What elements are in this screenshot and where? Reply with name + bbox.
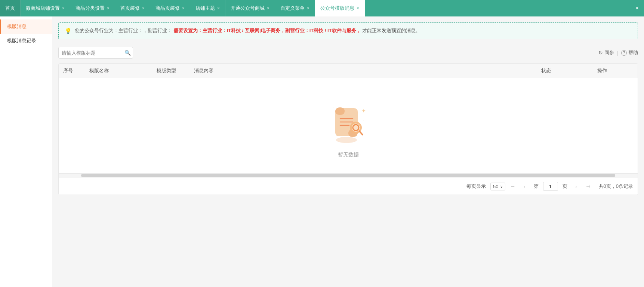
help-button[interactable]: ? 帮助	[621, 49, 638, 56]
nav-tab-custom-menu-close[interactable]: ×	[307, 6, 309, 11]
svg-text:·: ·	[363, 119, 364, 122]
page-word: 页	[563, 183, 567, 190]
page-last-button[interactable]: ⊣	[584, 182, 593, 191]
nav-tab-template-msg[interactable]: 公众号模版消息 ×	[315, 0, 365, 16]
help-icon: ?	[621, 50, 627, 56]
nav-tab-open-store[interactable]: 开通公众号商城 ×	[225, 0, 275, 16]
sync-label: 同步	[604, 49, 614, 56]
search-input[interactable]	[62, 50, 124, 56]
table-header: 序号 模版名称 模版类型 消息内容 状态 操作	[59, 64, 638, 78]
sync-icon: ↻	[598, 50, 603, 56]
page-prev-button[interactable]: ‹	[520, 182, 529, 191]
content-area: 💡 您的公众号行业为：主营行业：，副营行业： 需要设置为：主营行业：IT科技 /…	[52, 16, 644, 287]
sidebar-item-template-msg-label: 模版消息	[7, 24, 27, 29]
search-box: 🔍	[58, 47, 133, 59]
th-type: 模版类型	[152, 64, 189, 78]
sidebar-item-template-msg[interactable]: 模版消息	[0, 19, 52, 34]
nav-tab-store-theme-label: 店铺主题	[195, 5, 215, 12]
svg-text:·: ·	[333, 106, 335, 110]
page-size-label: 每页显示	[466, 183, 486, 190]
page-di-word: 第	[534, 183, 539, 190]
page-next-button[interactable]: ›	[572, 182, 581, 191]
top-nav: 首页 微商城店铺设置 × 商品分类设置 × 首页装修 × 商品页装修 × 店铺主…	[0, 0, 644, 16]
nav-tab-custom-menu[interactable]: 自定义菜单 ×	[275, 0, 315, 16]
empty-text: 暂无数据	[338, 152, 359, 158]
th-name: 模版名称	[85, 64, 152, 78]
nav-tab-open-store-label: 开通公众号商城	[231, 5, 265, 12]
nav-tab-homepage-decor-close[interactable]: ×	[142, 6, 145, 11]
svg-text:✦: ✦	[361, 108, 366, 114]
sidebar-item-template-msg-log-label: 模版消息记录	[7, 38, 36, 43]
notice-text-highlight: 需要设置为：主营行业：IT科技 / 互联网|电子商务，副营行业：IT科技 / I…	[173, 28, 361, 33]
notice-box: 💡 您的公众号行业为：主营行业：，副营行业： 需要设置为：主营行业：IT科技 /…	[58, 22, 638, 39]
sidebar: 模版消息 模版消息记录	[0, 16, 52, 287]
empty-illustration: ✦ · ·	[326, 101, 371, 146]
nav-close-all-button[interactable]: ×	[630, 0, 644, 16]
th-content: 消息内容	[189, 64, 537, 78]
toolbar: 🔍 ↻ 同步 | ? 帮助	[58, 47, 638, 59]
page-size-select[interactable]: 50 ∨	[490, 183, 505, 190]
notice-text-prefix: 您的公众号行业为：主营行业：，副营行业：	[75, 28, 172, 33]
nav-tab-store-theme-close[interactable]: ×	[217, 6, 220, 11]
scroll-bar-track[interactable]	[81, 174, 615, 177]
nav-tab-category-settings[interactable]: 商品分类设置 ×	[70, 0, 115, 16]
nav-tab-custom-menu-label: 自定义菜单	[280, 5, 305, 12]
nav-tab-homepage-decor-label: 首页装修	[120, 5, 140, 12]
th-action: 操作	[593, 64, 638, 78]
bulb-icon: 💡	[65, 28, 72, 34]
nav-tab-template-msg-label: 公众号模版消息	[320, 5, 354, 12]
main-layout: 模版消息 模版消息记录 💡 您的公众号行业为：主营行业：，副营行业： 需要设置为…	[0, 16, 644, 287]
page-size-value: 50	[493, 184, 498, 189]
page-total-text: 共0页，0条记录	[599, 183, 633, 190]
nav-tab-product-decor-close[interactable]: ×	[182, 6, 185, 11]
th-status: 状态	[537, 64, 593, 78]
nav-tab-home[interactable]: 首页	[0, 0, 21, 16]
toolbar-right: ↻ 同步 | ? 帮助	[598, 49, 638, 56]
help-label: 帮助	[628, 49, 638, 56]
data-table: 序号 模版名称 模版类型 消息内容 状态 操作	[58, 63, 638, 195]
page-size-chevron-icon: ∨	[500, 184, 503, 189]
nav-tab-home-label: 首页	[5, 5, 15, 12]
nav-tab-shop-settings-close[interactable]: ×	[62, 6, 65, 11]
pagination: 每页显示 50 ∨ ⊢ ‹ 第 页 › ⊣ 共0页，0条记录	[59, 178, 638, 195]
sidebar-item-template-msg-log[interactable]: 模版消息记录	[0, 34, 52, 48]
nav-tab-category-close[interactable]: ×	[107, 6, 110, 11]
empty-state: ✦ · · 暂无数据	[59, 78, 638, 173]
nav-tab-product-decor[interactable]: 商品页装修 ×	[150, 0, 190, 16]
sync-button[interactable]: ↻ 同步	[598, 49, 614, 56]
page-current-input[interactable]	[543, 182, 558, 191]
nav-tab-product-decor-label: 商品页装修	[155, 5, 180, 12]
svg-point-0	[336, 137, 357, 143]
search-icon[interactable]: 🔍	[124, 50, 131, 56]
scroll-bar-area[interactable]	[59, 173, 638, 178]
nav-tab-category-settings-label: 商品分类设置	[76, 5, 105, 12]
notice-text: 您的公众号行业为：主营行业：，副营行业： 需要设置为：主营行业：IT科技 / 互…	[75, 27, 420, 34]
nav-tab-shop-settings-label: 微商城店铺设置	[26, 5, 60, 12]
page-first-button[interactable]: ⊢	[508, 182, 517, 191]
notice-text-suffix: 才能正常发送预置的消息。	[362, 28, 420, 33]
th-seq: 序号	[59, 64, 85, 78]
nav-tab-store-theme[interactable]: 店铺主题 ×	[190, 0, 225, 16]
toolbar-divider: |	[617, 50, 618, 56]
nav-tab-open-store-close[interactable]: ×	[267, 6, 269, 11]
nav-tab-template-msg-close[interactable]: ×	[357, 6, 359, 11]
svg-line-7	[359, 131, 363, 135]
nav-tab-homepage-decor[interactable]: 首页装修 ×	[115, 0, 150, 16]
nav-tab-shop-settings[interactable]: 微商城店铺设置 ×	[21, 0, 70, 16]
